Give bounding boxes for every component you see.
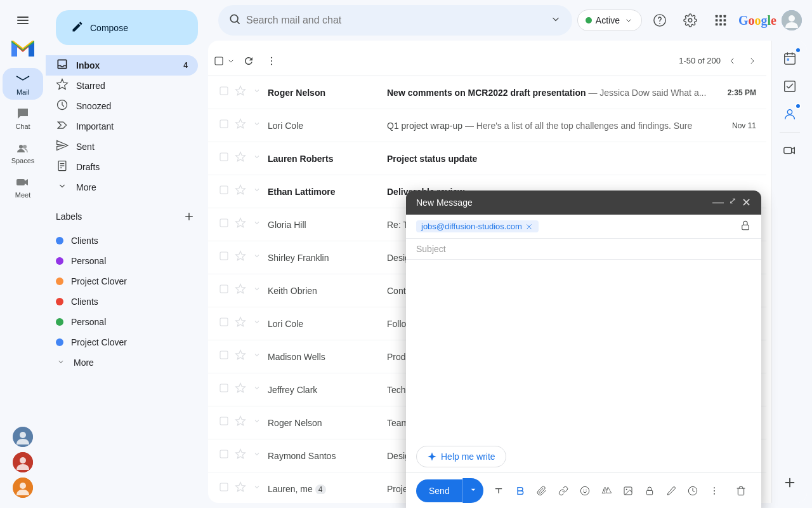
more-options-button[interactable] xyxy=(261,51,282,71)
email-snooze[interactable] xyxy=(251,283,263,298)
email-snooze[interactable] xyxy=(251,151,263,166)
format-text-button[interactable] xyxy=(488,481,509,501)
meet-icon-rs[interactable] xyxy=(777,138,802,163)
attach-file-button[interactable] xyxy=(532,481,552,501)
email-star[interactable] xyxy=(235,481,246,496)
help-write-button[interactable]: Help me write xyxy=(416,446,506,467)
label-project-clover-1[interactable]: Project Clover xyxy=(46,271,198,291)
label-clients-1[interactable]: Clients xyxy=(46,231,198,251)
user-avatar-3[interactable] xyxy=(13,478,33,498)
compose-subject-field[interactable] xyxy=(406,239,761,260)
email-checkbox[interactable] xyxy=(218,151,230,166)
compose-header[interactable]: New Message — ⤢ ✕ xyxy=(406,190,761,215)
compose-close-button[interactable]: ✕ xyxy=(742,196,751,210)
label-project-clover-2[interactable]: Project Clover xyxy=(46,332,198,352)
email-checkbox[interactable] xyxy=(218,316,230,331)
email-star[interactable] xyxy=(235,283,246,298)
compose-subject-input[interactable] xyxy=(416,244,751,254)
signature-button[interactable] xyxy=(661,481,681,501)
nav-starred[interactable]: Starred xyxy=(46,76,198,96)
select-all-checkbox[interactable] xyxy=(213,55,236,67)
compose-delete-button[interactable] xyxy=(731,481,751,501)
compose-button[interactable]: Compose xyxy=(56,10,198,45)
nav-sent[interactable]: Sent xyxy=(46,137,198,157)
refresh-button[interactable] xyxy=(239,51,259,71)
calendar-icon-rs[interactable] xyxy=(777,46,802,71)
email-checkbox[interactable] xyxy=(218,250,230,265)
encrypt-button[interactable] xyxy=(639,481,660,501)
email-snooze[interactable] xyxy=(251,316,263,331)
page-next-button[interactable] xyxy=(743,52,761,70)
email-star[interactable] xyxy=(235,184,246,199)
nav-chat[interactable]: Chat xyxy=(3,102,43,134)
email-star[interactable] xyxy=(235,118,246,133)
nav-drafts[interactable]: Drafts xyxy=(46,157,198,177)
compose-expand-button[interactable]: ⤢ xyxy=(729,196,737,210)
email-checkbox[interactable] xyxy=(218,283,230,298)
email-star[interactable] xyxy=(235,316,246,331)
email-row[interactable]: Roger Nelson New comments on MCR2022 dra… xyxy=(208,76,766,109)
send-dropdown-button[interactable] xyxy=(462,478,483,503)
email-star[interactable] xyxy=(235,382,246,397)
email-snooze[interactable] xyxy=(251,85,263,100)
send-button[interactable]: Send xyxy=(416,479,462,502)
format-bold-button[interactable] xyxy=(510,481,530,501)
user-avatar-header[interactable] xyxy=(782,10,802,30)
nav-more[interactable]: More xyxy=(46,177,198,197)
email-checkbox[interactable] xyxy=(218,382,230,397)
email-checkbox[interactable] xyxy=(218,85,230,100)
email-checkbox[interactable] xyxy=(218,118,230,133)
more-compose-button[interactable] xyxy=(704,481,724,501)
add-label-button[interactable] xyxy=(180,208,198,225)
drive-button[interactable] xyxy=(596,481,617,501)
nav-mail[interactable]: Mail xyxy=(3,68,43,100)
help-button[interactable] xyxy=(647,8,672,33)
page-prev-button[interactable] xyxy=(723,52,741,70)
email-snooze[interactable] xyxy=(251,448,263,463)
apps-button[interactable] xyxy=(708,8,733,33)
insert-photo-button[interactable] xyxy=(618,481,638,501)
nav-important[interactable]: Important xyxy=(46,116,198,137)
label-clients-2[interactable]: Clients xyxy=(46,291,198,312)
user-avatar-1[interactable] xyxy=(13,427,33,447)
email-snooze[interactable] xyxy=(251,382,263,397)
email-star[interactable] xyxy=(235,217,246,232)
insert-emoji-button[interactable] xyxy=(575,481,595,501)
compose-body-textarea[interactable] xyxy=(416,265,751,436)
email-snooze[interactable] xyxy=(251,481,263,496)
email-star[interactable] xyxy=(235,85,246,100)
settings-button[interactable] xyxy=(678,8,703,33)
email-star[interactable] xyxy=(235,151,246,166)
hamburger-button[interactable] xyxy=(8,5,38,36)
email-star[interactable] xyxy=(235,250,246,265)
email-snooze[interactable] xyxy=(251,250,263,265)
tasks-icon-rs[interactable] xyxy=(777,74,802,99)
email-checkbox[interactable] xyxy=(218,481,230,496)
compose-lock-icon[interactable] xyxy=(740,220,751,233)
email-star[interactable] xyxy=(235,415,246,430)
compose-to-address[interactable]: jobs@diffusion-studios.com xyxy=(416,220,539,232)
compose-minimize-button[interactable]: — xyxy=(712,196,724,210)
email-checkbox[interactable] xyxy=(218,217,230,232)
nav-spaces[interactable]: Spaces xyxy=(3,137,43,168)
email-checkbox[interactable] xyxy=(218,448,230,463)
add-icon-rs[interactable] xyxy=(777,472,802,498)
contacts-icon-rs[interactable] xyxy=(777,102,802,127)
label-more[interactable]: More xyxy=(46,352,198,373)
nav-meet[interactable]: Meet xyxy=(3,171,43,203)
search-bar[interactable] xyxy=(218,5,572,36)
email-snooze[interactable] xyxy=(251,184,263,199)
user-avatar-2[interactable] xyxy=(13,452,33,472)
label-personal-1[interactable]: Personal xyxy=(46,251,198,271)
email-checkbox[interactable] xyxy=(218,349,230,364)
search-input[interactable] xyxy=(246,15,544,26)
email-row[interactable]: Lauren Roberts Project status update xyxy=(208,142,766,175)
email-snooze[interactable] xyxy=(251,217,263,232)
nav-inbox[interactable]: Inbox 4 xyxy=(46,55,198,76)
email-snooze[interactable] xyxy=(251,118,263,133)
email-row[interactable]: Lori Cole Q1 project wrap-up — Here's a … xyxy=(208,109,766,142)
email-checkbox[interactable] xyxy=(218,415,230,430)
search-dropdown-icon[interactable] xyxy=(549,13,562,29)
schedule-send-button[interactable] xyxy=(683,481,703,501)
email-star[interactable] xyxy=(235,349,246,364)
